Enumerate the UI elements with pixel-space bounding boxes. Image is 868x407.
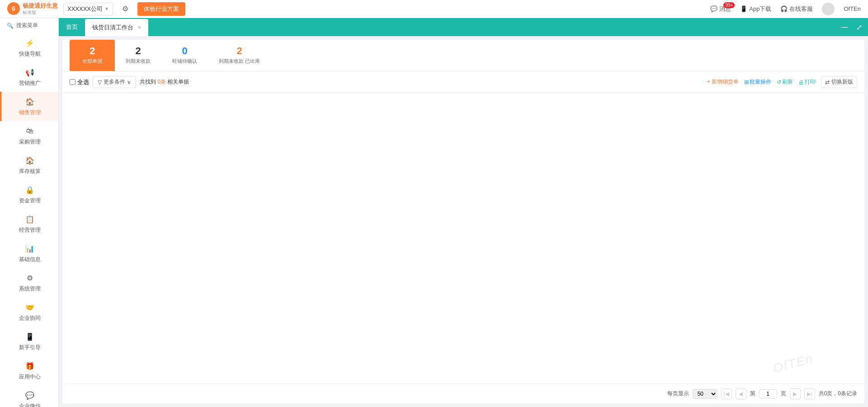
company-name: XXXXXX公司 [67, 5, 103, 13]
batch-btn[interactable]: ⊞ 批量操作 [744, 78, 771, 86]
online-service-btn[interactable]: 🎧 在线客服 [780, 5, 813, 13]
basic-info-icon: 📊 [24, 243, 35, 254]
app-center-icon: 🎁 [24, 360, 35, 371]
page-size-label: 每页显示 [667, 390, 689, 398]
refresh-icon: ↺ [777, 79, 781, 85]
sidebar-item-marketing[interactable]: 📢 营销推广 [0, 62, 58, 92]
app-download-label: App下载 [749, 5, 771, 13]
tab-close-icon[interactable]: × [138, 24, 141, 31]
print-label: 打印 [805, 78, 816, 86]
stat-tab-overdue[interactable]: 2 到期未收款 [115, 40, 161, 71]
filter-chevron-icon: ∨ [127, 79, 131, 85]
toolbar: 全选 ▽ 更多条件 ∨ 共找到 0条 相关单据 + 新增销货单 [62, 71, 864, 93]
toolbar-left: 全选 ▽ 更多条件 ∨ 共找到 0条 相关单据 [70, 76, 703, 88]
refresh-btn[interactable]: ↺ 刷新 [777, 78, 793, 86]
select-all-input[interactable] [70, 79, 75, 85]
table-area [62, 93, 864, 384]
print-btn[interactable]: 🖨 打印 [798, 78, 816, 86]
message-btn[interactable]: 💬 消息 99+ [710, 5, 731, 13]
total-text: 共0页，0条记录 [819, 390, 857, 398]
filter-label: 更多条件 [104, 78, 125, 86]
message-icon: 💬 [710, 5, 717, 12]
avatar[interactable] [822, 3, 835, 15]
batch-label: 批量操作 [750, 78, 771, 86]
sidebar-item-cooperation[interactable]: 🤝 企业协同 [0, 297, 58, 327]
tab-expand-icon[interactable]: ⤢ [854, 22, 864, 33]
stat-label-pending: 旺铺待确认 [172, 58, 197, 65]
sidebar-item-basic-info[interactable]: 📊 基础信息 [0, 239, 58, 268]
sidebar-label-inventory: 库存核算 [19, 168, 41, 175]
app-download-btn[interactable]: 📱 App下载 [740, 5, 771, 13]
inventory-icon: 🏠 [24, 155, 35, 166]
sidebar-label-guide: 新手引导 [19, 344, 41, 351]
stat-count-shipped: 2 [236, 45, 242, 57]
sidebar-item-operations[interactable]: 📋 经营管理 [0, 209, 58, 239]
online-service-label: 在线客服 [789, 5, 813, 13]
tab-home[interactable]: 首页 [59, 18, 85, 36]
filter-btn[interactable]: ▽ 更多条件 ∨ [93, 76, 136, 88]
sidebar-item-finance[interactable]: 🔒 资金管理 [0, 180, 58, 209]
sidebar-label-system: 系统管理 [19, 285, 41, 293]
logo-text: 畅捷通好生意 标准版 [23, 2, 58, 16]
tab-workbench-label: 钱货日清工作台 [92, 23, 133, 32]
stat-label-shipped: 到期未收款 已出库 [219, 58, 260, 65]
search-menu-item[interactable]: 🔍 搜索菜单 [0, 18, 58, 33]
stat-count-all: 2 [90, 45, 95, 57]
sidebar: 🔍 搜索菜单 ⚡ 快捷导航 📢 营销推广 🏠 销售管理 🛍 采购管理 🏠 库存核… [0, 18, 59, 407]
found-text: 共找到 0条 相关单据 [140, 78, 189, 86]
logo-icon: 6 [7, 2, 20, 15]
sidebar-label-cooperation: 企业协同 [19, 314, 41, 322]
first-page-btn[interactable]: |◀ [721, 388, 732, 399]
top-bar-right: 💬 消息 99+ 📱 App下载 🎧 在线客服 OfTEn [710, 3, 861, 15]
toolbar-right: + 新增销货单 ⊞ 批量操作 ↺ 刷新 🖨 打印 ⇄ [707, 76, 857, 88]
page-input[interactable] [759, 389, 777, 398]
download-icon: 📱 [740, 5, 747, 12]
purchase-icon: 🛍 [24, 126, 35, 136]
system-icon: ⚙ [24, 272, 35, 283]
stat-count-pending: 0 [182, 45, 187, 57]
sidebar-label-purchase: 采购管理 [19, 138, 41, 146]
edition-label: 标准版 [23, 9, 58, 15]
sidebar-label-finance: 资金管理 [19, 197, 41, 205]
sidebar-item-system[interactable]: ⚙ 系统管理 [0, 268, 58, 297]
chevron-down-icon: ▼ [104, 6, 109, 11]
stat-count-overdue: 2 [135, 45, 141, 57]
stat-tab-shipped[interactable]: 2 到期未收款 已出库 [208, 40, 271, 71]
guide-icon: 📱 [24, 331, 35, 342]
stat-tab-all[interactable]: 2 全部单据 [70, 40, 115, 71]
top-bar: 6 畅捷通好生意 标准版 XXXXXX公司 ▼ ⚙ 体验行业方案 💬 消息 99… [0, 0, 868, 18]
try-btn[interactable]: 体验行业方案 [137, 2, 185, 16]
sidebar-item-inventory[interactable]: 🏠 库存核算 [0, 150, 58, 180]
empty-content [70, 93, 857, 384]
sidebar-item-guide[interactable]: 📱 新手引导 [0, 327, 58, 356]
print-icon: 🖨 [798, 79, 804, 85]
page-size-select[interactable]: 50 100 200 [693, 389, 717, 399]
message-badge: 99+ [723, 2, 735, 8]
sidebar-item-quick-nav[interactable]: ⚡ 快捷导航 [0, 33, 58, 62]
prev-page-btn[interactable]: ◀ [736, 388, 746, 399]
finance-icon: 🔒 [24, 184, 35, 195]
tab-home-label: 首页 [66, 23, 78, 31]
sidebar-item-purchase[interactable]: 🛍 采购管理 [0, 121, 58, 150]
sidebar-item-app-center[interactable]: 🎁 应用中心 [0, 356, 58, 385]
avatar-name: OfTEn [844, 5, 861, 12]
last-page-btn[interactable]: ▶| [804, 388, 815, 399]
tab-bar: 首页 钱货日清工作台 × — ⤢ [59, 18, 868, 36]
add-sales-btn[interactable]: + 新增销货单 [707, 78, 739, 86]
tab-minimize-icon[interactable]: — [839, 22, 850, 33]
sidebar-item-sales[interactable]: 🏠 销售管理 [0, 92, 58, 121]
tab-workbench[interactable]: 钱货日清工作台 × [85, 19, 148, 36]
sidebar-label-quick-nav: 快捷导航 [19, 50, 41, 58]
sidebar-label-wechat: 企业微信 [19, 402, 41, 407]
company-selector[interactable]: XXXXXX公司 ▼ [63, 3, 113, 15]
operations-icon: 📋 [24, 214, 35, 225]
batch-icon: ⊞ [744, 79, 749, 85]
sidebar-item-wechat[interactable]: 💬 企业微信 [0, 385, 58, 407]
cooperation-icon: 🤝 [24, 302, 35, 313]
select-all-checkbox[interactable]: 全选 [70, 78, 89, 86]
stat-tab-pending[interactable]: 0 旺铺待确认 [161, 40, 208, 71]
settings-icon[interactable]: ⚙ [118, 2, 132, 16]
next-page-btn[interactable]: ▶ [790, 388, 801, 399]
brand-name: 畅捷通好生意 [23, 2, 58, 10]
switch-btn[interactable]: ⇄ 切换新版 [821, 76, 857, 88]
